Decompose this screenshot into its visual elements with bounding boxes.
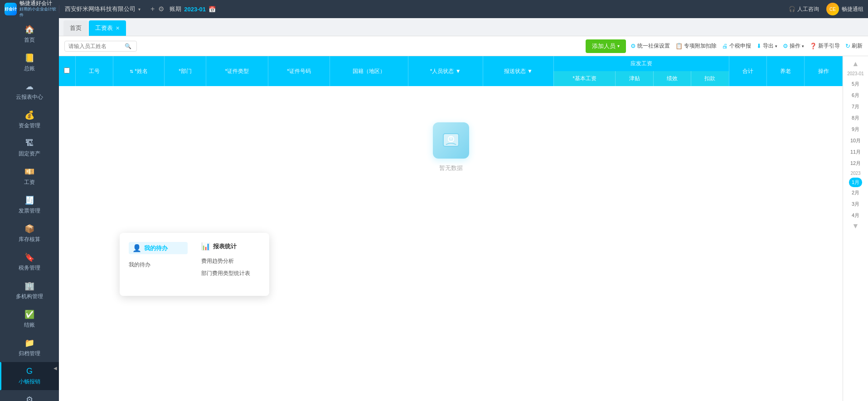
popup-item-dept-stats[interactable]: 部门费用类型统计表 xyxy=(201,267,260,280)
dept-stats-label: 部门费用类型统计表 xyxy=(201,270,250,276)
th-report-status: 报送状态 ▼ xyxy=(483,56,553,86)
company-chevron-icon: ▾ xyxy=(138,7,141,12)
sidebar-item-xiaochang[interactable]: G 小畅报销 ◀ xyxy=(0,362,59,390)
add-person-button[interactable]: 添加人员 ▾ xyxy=(586,39,626,53)
popup-section-report: 📊 报表统计 费用趋势分析 部门费用类型统计表 xyxy=(201,242,260,280)
add-company-icon[interactable]: + xyxy=(150,5,155,13)
tab-home-label: 首页 xyxy=(70,24,82,32)
popup-report-title[interactable]: 📊 报表统计 xyxy=(201,242,260,251)
basic-settings-icon: ⚙ xyxy=(26,395,33,401)
sidebar-item-cloud-report[interactable]: ☁ 云报表中心 xyxy=(0,77,59,106)
th-operations: 操作 xyxy=(805,56,843,86)
no-data-icon xyxy=(433,122,469,159)
todo-title-label: 我的待办 xyxy=(144,244,168,252)
user-menu[interactable]: CE 畅捷通组 xyxy=(826,3,863,15)
sidebar-item-home[interactable]: 🏠 首页 xyxy=(0,20,59,48)
timeline-sep[interactable]: 9月 xyxy=(851,124,860,135)
sidebar-item-archive[interactable]: 📁 归档管理 xyxy=(0,333,59,362)
timeline-2023-01-label: 2023-01 xyxy=(846,69,865,78)
sidebar-label-fund: 资金管理 xyxy=(19,122,40,130)
export-icon: ⬇ xyxy=(756,43,761,49)
archive-icon: 📁 xyxy=(24,338,34,348)
ledger-icon: 📒 xyxy=(24,53,34,63)
export-label: 导出 xyxy=(763,42,774,50)
export-dropdown-icon: ▾ xyxy=(775,44,777,48)
sidebar-label-settlement: 结账 xyxy=(24,321,35,329)
todo-icon: 👤 xyxy=(132,244,141,252)
period-area: 账期 2023-01 📅 xyxy=(170,5,216,13)
new-guide-btn[interactable]: ❓ 新手引导 xyxy=(810,42,840,50)
service-button[interactable]: 🎧 人工咨询 xyxy=(789,5,819,13)
special-deduction-btn[interactable]: 📋 专项附加扣除 xyxy=(675,42,717,50)
sidebar-item-basic-settings[interactable]: ⚙ 基础设置 xyxy=(0,390,59,401)
logo-subtitle: 好用的小企业会计软件 xyxy=(19,6,59,18)
timeline-dec[interactable]: 12月 xyxy=(849,158,862,169)
filter-icon: ▼ xyxy=(456,68,461,74)
calendar-icon[interactable]: 📅 xyxy=(209,6,216,13)
search-box: 🔍 xyxy=(64,41,137,52)
toolbar: 🔍 添加人员 ▾ ⚙ 统一社保设置 📋 专项附加扣除 🖨 个税申报 xyxy=(59,36,868,56)
timeline-may[interactable]: 5月 xyxy=(851,78,860,90)
popup-item-my-todo[interactable]: 我的待办 xyxy=(129,259,188,271)
sidebar-label-xiaochang: 小畅报销 xyxy=(19,378,40,386)
top-header: 好会计 畅捷通好会计 好用的小企业会计软件 西安虾米网络科技有限公司 ▾ + ⚙… xyxy=(0,0,868,18)
timeline-oct[interactable]: 10月 xyxy=(849,135,862,146)
sidebar-item-ledger[interactable]: 📒 总账 xyxy=(0,48,59,77)
right-sidebar: ▲ 2023-01 5月 6月 7月 8月 9月 10月 11月 12月 202… xyxy=(843,56,868,401)
sidebar-item-salary[interactable]: 💴 工资 xyxy=(0,162,59,191)
sidebar-label-archive: 归档管理 xyxy=(19,350,40,358)
sidebar-item-tax[interactable]: 🔖 税务管理 xyxy=(0,248,59,276)
add-person-label: 添加人员 xyxy=(592,42,616,50)
popup-todo-title[interactable]: 👤 我的待办 xyxy=(129,242,188,254)
sidebar-item-multi-org[interactable]: 🏢 多机构管理 xyxy=(0,276,59,305)
select-all-checkbox[interactable] xyxy=(64,68,70,73)
settings-icon[interactable]: ⚙ xyxy=(158,5,164,13)
tab-close-icon[interactable]: ✕ xyxy=(116,25,120,31)
content-area: 首页 工资表 ✕ 🔍 添加人员 ▾ ⚙ 统一社保设置 xyxy=(59,18,868,401)
tab-salary[interactable]: 工资表 ✕ xyxy=(89,20,126,36)
sidebar-label-inventory: 库存核算 xyxy=(19,236,40,243)
user-name: 畅捷通组 xyxy=(842,5,863,13)
sidebar-item-fixed-assets[interactable]: 🏗 固定资产 xyxy=(0,134,59,162)
header-actions: 🎧 人工咨询 CE 畅捷通组 xyxy=(789,3,863,15)
tab-salary-label: 工资表 xyxy=(95,24,113,32)
report-title-label: 报表统计 xyxy=(213,242,237,251)
sidebar-label-tax: 税务管理 xyxy=(19,264,40,272)
timeline-feb[interactable]: 2月 xyxy=(851,187,860,198)
operations-btn[interactable]: ⚙ 操作 ▾ xyxy=(783,42,804,50)
sidebar-label-multi: 多机构管理 xyxy=(16,293,43,300)
timeline-jun[interactable]: 6月 xyxy=(851,90,860,101)
sidebar-item-settlement[interactable]: ✅ 结账 xyxy=(0,305,59,333)
inventory-icon: 📦 xyxy=(24,224,34,234)
toolbar-actions: ⚙ 统一社保设置 📋 专项附加扣除 🖨 个税申报 ⬇ 导出 ▾ ⚙ xyxy=(630,42,863,50)
timeline-aug[interactable]: 8月 xyxy=(851,112,860,124)
th-id-type: *证件类型 xyxy=(206,56,268,86)
report-icon: 📊 xyxy=(201,242,210,251)
table-container: 工号 ⇅ *姓名 *部门 *证件类型 *证件号码 国籍（地区） *人员状态 ▼ xyxy=(59,56,843,401)
cloud-icon: ☁ xyxy=(25,82,34,92)
sidebar-label-fixed: 固定资产 xyxy=(19,150,40,158)
timeline-apr[interactable]: 4月 xyxy=(851,210,860,221)
timeline-nov[interactable]: 11月 xyxy=(849,146,862,158)
export-btn[interactable]: ⬇ 导出 ▾ xyxy=(756,42,777,50)
refresh-btn[interactable]: ↻ 刷新 xyxy=(845,42,863,50)
timeline-jan-current[interactable]: 1月 xyxy=(849,178,862,187)
timeline-jul[interactable]: 7月 xyxy=(851,101,860,112)
tab-home[interactable]: 首页 xyxy=(63,20,88,36)
popup-item-trend[interactable]: 费用趋势分析 xyxy=(201,255,260,267)
timeline-nav-down[interactable]: ▼ xyxy=(851,221,860,231)
company-selector[interactable]: 西安虾米网络科技有限公司 ▾ xyxy=(59,5,146,13)
sidebar-item-inventory[interactable]: 📦 库存核算 xyxy=(0,219,59,248)
sidebar-item-invoice[interactable]: 🧾 发票管理 xyxy=(0,191,59,219)
sidebar-item-fund[interactable]: 💰 资金管理 xyxy=(0,106,59,134)
personal-tax-icon: 🖨 xyxy=(722,43,728,49)
timeline-mar[interactable]: 3月 xyxy=(851,198,860,210)
operations-dropdown-icon: ▾ xyxy=(802,44,804,48)
personal-tax-btn[interactable]: 🖨 个税申报 xyxy=(722,42,751,50)
social-security-btn[interactable]: ⚙ 统一社保设置 xyxy=(630,42,670,50)
search-input[interactable] xyxy=(68,43,123,49)
timeline-nav-up[interactable]: ▲ xyxy=(851,59,860,69)
salary-icon: 💴 xyxy=(24,167,34,177)
table-header-row1: 工号 ⇅ *姓名 *部门 *证件类型 *证件号码 国籍（地区） *人员状态 ▼ xyxy=(59,56,843,71)
svg-rect-0 xyxy=(443,134,459,146)
